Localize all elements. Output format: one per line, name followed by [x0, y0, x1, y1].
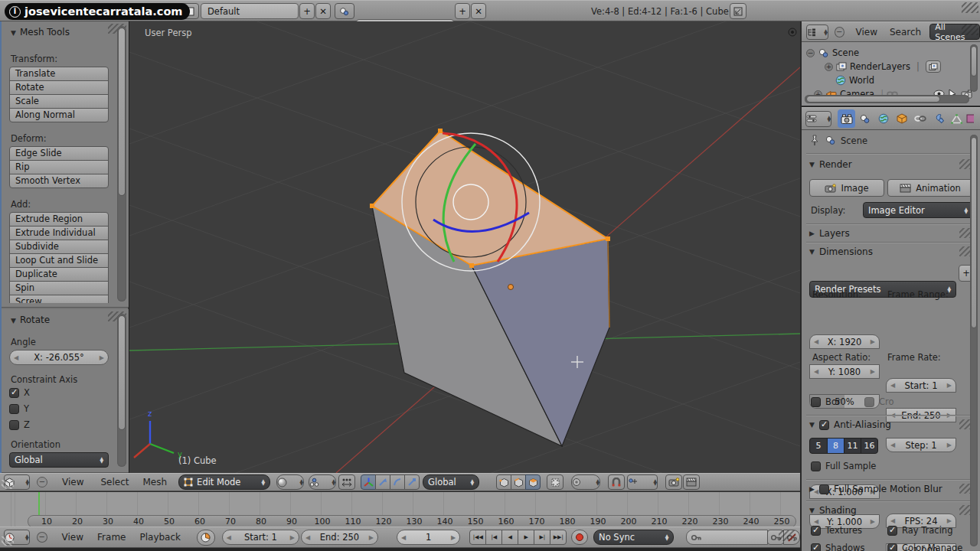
checkbox[interactable] — [811, 543, 821, 551]
current-frame-field[interactable]: ◀1▶ — [397, 530, 460, 545]
tool-button-translate[interactable]: Translate — [9, 67, 109, 81]
proportional-edit-dropdown[interactable]: ▲▼ — [571, 474, 600, 490]
tool-button-subdivide[interactable]: Subdivide — [9, 240, 109, 254]
anti-aliasing-checkbox[interactable] — [819, 420, 829, 430]
prev-frame-button[interactable]: ◀ — [501, 530, 518, 545]
increment-arrow-icon[interactable]: ▶ — [451, 530, 456, 544]
tab-object[interactable] — [893, 109, 910, 128]
outliner-item-label[interactable]: World — [849, 75, 874, 86]
header-corner-grip[interactable] — [2, 536, 14, 546]
header-corner-grip[interactable] — [2, 480, 14, 489]
use-preview-range-toggle[interactable] — [197, 530, 215, 546]
tool-button-duplicate[interactable]: Duplicate — [9, 267, 109, 282]
scene-icon-button[interactable] — [335, 3, 354, 19]
editor-type-dropdown-outliner[interactable]: ▲▼ — [806, 24, 828, 40]
constraint-axis-x[interactable]: X — [9, 387, 109, 398]
dimensions-panel-header[interactable]: ▼Dimensions — [809, 246, 873, 257]
region-resize-grip[interactable] — [962, 24, 978, 35]
angle-field[interactable]: ◀ X: -26.055° ▶ — [9, 350, 109, 365]
rotate-panel-scrollbar[interactable] — [117, 314, 126, 467]
expand-toggle-icon[interactable]: + — [825, 63, 833, 71]
anti-aliasing-panel-header[interactable]: ▼Anti-Aliasing — [809, 419, 891, 430]
viewport-shading-dropdown[interactable]: ▲▼ — [276, 474, 304, 490]
breadcrumb-scene[interactable]: Scene — [841, 135, 867, 146]
outliner-row-world[interactable]: World — [835, 73, 874, 87]
checkbox[interactable] — [887, 543, 897, 551]
increment-arrow-icon[interactable]: ▶ — [290, 530, 295, 544]
manipulator-widget-toggle[interactable] — [361, 474, 376, 490]
next-frame-button[interactable]: ▶| — [534, 530, 550, 545]
prev-keyframe-button[interactable]: |◀ — [485, 530, 502, 545]
layers-panel-header[interactable]: ▶Layers — [809, 228, 850, 239]
tool-button-rip[interactable]: Rip — [9, 160, 109, 174]
face-center-dot[interactable] — [508, 285, 514, 290]
tab-render[interactable] — [838, 109, 855, 128]
constraint-axis-y[interactable]: Y — [9, 403, 109, 414]
window-resize-grip[interactable] — [962, 2, 978, 13]
jump-to-end-button[interactable]: ▶▶| — [550, 530, 567, 545]
properties-vscrollbar[interactable] — [970, 135, 978, 546]
shading-panel-header[interactable]: ▼Shading — [809, 505, 857, 516]
timeline-content[interactable]: 1020304050607080901001101201301401501601… — [0, 491, 800, 527]
frame-step-field[interactable]: ◀Step: 1▶ — [886, 438, 956, 452]
region-resize-grip[interactable] — [779, 530, 795, 541]
shading-check-shadows[interactable]: Shadows — [811, 543, 887, 551]
manipulate-center-points-toggle[interactable] — [338, 474, 355, 490]
tool-button-extrude-region[interactable]: Extrude Region — [9, 212, 109, 227]
outliner-row-scene[interactable]: − Scene — [806, 46, 859, 60]
fsmb-checkbox[interactable] — [819, 484, 829, 494]
add-scene-button[interactable]: + — [455, 3, 470, 19]
decrement-arrow-icon[interactable]: ◀ — [14, 350, 18, 364]
viewport-3d[interactable]: z y User Persp (1) Cube — [129, 21, 800, 473]
tool-button-scale[interactable]: Scale — [9, 94, 109, 109]
render-animation-button[interactable]: Animation — [887, 179, 973, 197]
limit-selection-visible-toggle[interactable] — [547, 474, 564, 490]
checkbox[interactable] — [887, 526, 897, 536]
axis-checkbox[interactable] — [9, 420, 19, 430]
menu-view[interactable]: View — [57, 528, 89, 546]
menu-playback[interactable]: Playback — [134, 528, 186, 546]
opengl-render-image-button[interactable] — [665, 474, 682, 490]
constraint-axis-z[interactable]: Z — [9, 419, 109, 430]
fsmb-panel-header[interactable]: ▶Full Sample Motion Blur — [809, 484, 942, 494]
orientation-dropdown[interactable]: Global▲▼ — [9, 452, 109, 468]
aa-samples-11[interactable]: 11 — [844, 439, 861, 453]
edge-select-mode[interactable] — [511, 474, 526, 490]
decrement-arrow-icon[interactable]: ◀ — [227, 530, 231, 544]
tool-button-spin[interactable]: Spin — [9, 281, 109, 295]
full-sample-checkbox-row[interactable]: Full Sample — [811, 461, 876, 471]
crop-checkbox[interactable] — [864, 397, 874, 407]
outliner-hscrollbar-handle[interactable] — [806, 96, 940, 103]
properties-vscrollbar-handle[interactable] — [971, 137, 977, 328]
outliner-vscrollbar-handle[interactable] — [971, 46, 977, 77]
tool-shelf-scrollbar-handle[interactable] — [118, 28, 126, 196]
mode-dropdown[interactable]: Edit Mode ▲▼ — [178, 474, 270, 490]
full-sample-checkbox[interactable] — [811, 461, 821, 471]
current-frame-line[interactable] — [38, 492, 40, 517]
outliner-row-renderlayers[interactable]: + RenderLayers | — [825, 60, 941, 73]
frame-end-field[interactable]: ◀End: 250▶ — [301, 530, 378, 545]
translate-manipulator-toggle[interactable] — [375, 474, 390, 490]
screen-layout-field[interactable]: Default — [201, 3, 299, 19]
menu-search[interactable]: Search — [884, 23, 926, 41]
rotate-panel-header[interactable]: ▼Rotate — [2, 309, 129, 329]
record-button[interactable] — [571, 530, 588, 545]
renderlayer-badge-icon[interactable] — [926, 60, 941, 73]
menu-frame[interactable]: Frame — [92, 528, 131, 546]
tool-button-rotate[interactable]: Rotate — [9, 80, 109, 95]
aa-samples-5[interactable]: 5 — [810, 439, 827, 453]
border-checkbox-row[interactable]: Bor — [811, 396, 841, 407]
play-button[interactable]: ▶ — [518, 530, 534, 545]
collapse-menus-button[interactable]: − — [835, 27, 844, 37]
axis-checkbox[interactable] — [9, 404, 19, 414]
shading-check-ray-tracing[interactable]: Ray Tracing — [887, 525, 972, 536]
close-layout-button[interactable]: ✕ — [315, 3, 331, 19]
tab-constraints[interactable] — [911, 109, 929, 128]
axis-checkbox[interactable] — [9, 388, 19, 398]
scale-manipulator-toggle[interactable] — [404, 474, 420, 490]
cube-mesh[interactable] — [370, 129, 610, 446]
outliner-item-label[interactable]: Scene — [832, 47, 859, 58]
tool-button-edge-slide[interactable]: Edge Slide — [9, 146, 109, 161]
menu-view[interactable]: View — [57, 473, 89, 491]
opengl-render-animation-button[interactable] — [683, 474, 700, 490]
